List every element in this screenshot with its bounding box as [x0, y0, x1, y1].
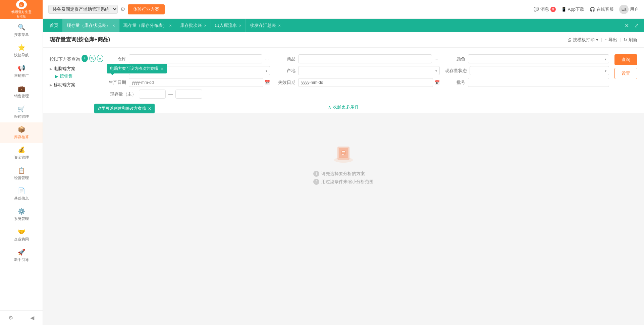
origin-label: 产地: [275, 68, 296, 74]
warehouse-input[interactable]: [129, 54, 262, 63]
tab-expand[interactable]: ⤢: [632, 22, 641, 29]
tab-close-summary[interactable]: ✕: [278, 24, 281, 28]
edit-tooltip-close[interactable]: ✕: [148, 106, 151, 111]
refresh-btn[interactable]: ↻ 刷新: [624, 37, 637, 43]
sidebar-footer: ⚙ ◀: [0, 310, 43, 325]
goods-dots[interactable]: ···: [433, 56, 440, 61]
tab-inventory-batch[interactable]: 库存批次账 ✕: [176, 19, 211, 32]
mfg-date-input[interactable]: [129, 78, 263, 87]
phone-icon: 📱: [561, 7, 567, 12]
enterprise-nav-icon: 🤝: [18, 228, 25, 235]
trial-btn[interactable]: 体验行业方案: [128, 4, 165, 14]
filter-area: 按以下方案查询 + ✎ « 电脑方案可设为移动方案哦 ✕ 这里可以创建和修改方案…: [43, 48, 644, 113]
sidebar-item-marketing[interactable]: 📢 营销推广: [0, 61, 43, 82]
exp-calendar-icon[interactable]: 📅: [434, 80, 440, 85]
printer-icon: 🖨: [567, 37, 572, 42]
content-area: 现存量查询(按仓库+商品) 🖨 按模板打印 ▾ | ↑ 导出 | ↻ 刷新: [43, 32, 644, 325]
mfg-date-label: 生产日期: [106, 79, 126, 86]
reset-btn[interactable]: 设置: [614, 68, 637, 79]
footer-settings-btn[interactable]: ⚙: [8, 315, 13, 321]
message-icon: 💬: [534, 7, 539, 12]
sidebar-item-enterprise[interactable]: 🤝 企业协同: [0, 225, 43, 245]
tab-inout-flow[interactable]: 出入库流水 ✕: [211, 19, 246, 32]
stock-main-min-input[interactable]: [139, 90, 166, 99]
warehouse-field: 仓库 ···: [106, 54, 270, 63]
system-select[interactable]: 装备及固定资产辅助管理系统: [48, 5, 118, 14]
basic-info-nav-icon: 📄: [18, 187, 25, 195]
guide-nav-icon: 🚀: [18, 249, 25, 256]
stock-range-dash: —: [168, 92, 173, 97]
stock-status-select[interactable]: [470, 66, 609, 75]
page-title: 现存量查询(按仓库+商品): [50, 36, 110, 43]
tabs-bar: 首页 现存量（库存状况表） ✕ 现存量（库存分布表） ✕ 库存批次账 ✕ 出入库…: [43, 19, 644, 32]
tab-close-inout-flow[interactable]: ✕: [239, 24, 241, 28]
tip2-text: 用过滤条件来缩小分析范围: [321, 179, 374, 185]
scheme-pc[interactable]: ▶ 电脑端方案: [50, 65, 103, 72]
exp-date-input[interactable]: [298, 78, 433, 87]
warehouse-dots[interactable]: ···: [264, 56, 270, 61]
scheme-mobile[interactable]: ▶ 移动端方案: [50, 81, 103, 89]
tip1-num: 1: [313, 171, 319, 177]
user-menu[interactable]: Ea 用户: [619, 5, 639, 14]
footer-collapse-btn[interactable]: ◀: [30, 315, 34, 321]
logo-icon: 6: [16, 0, 27, 9]
message-badge: 8: [550, 7, 556, 12]
sidebar-item-search[interactable]: 🔍 搜索菜单: [0, 20, 43, 41]
goods-input[interactable]: [298, 54, 432, 63]
sidebar-item-guide[interactable]: 🚀 新手引导: [0, 245, 43, 266]
batch-label: 批号: [445, 79, 465, 86]
template-print-btn[interactable]: 🖨 按模板打印 ▾: [567, 37, 598, 43]
tab-close-inventory-distribution[interactable]: ✕: [169, 24, 172, 28]
scheme-tooltip-close[interactable]: ✕: [160, 66, 164, 71]
batch-input[interactable]: [468, 78, 609, 87]
page-actions: 🖨 按模板打印 ▾ | ↑ 导出 | ↻ 刷新: [567, 37, 637, 43]
tab-home[interactable]: 首页: [46, 19, 63, 32]
search-btn[interactable]: 查询: [614, 54, 637, 65]
mfg-date-field: 生产日期 📅: [106, 78, 270, 87]
back-scheme-btn[interactable]: «: [97, 55, 103, 62]
filter-main-row: 按以下方案查询 + ✎ « 电脑方案可设为移动方案哦 ✕ 这里可以创建和修改方案…: [50, 52, 637, 101]
stock-main-max-input[interactable]: [175, 90, 202, 99]
stock-main-label: 现存量（主）: [106, 91, 136, 97]
sales-nav-icon: 💼: [18, 85, 25, 92]
collapse-up-icon: ∧: [328, 105, 331, 110]
tab-summary[interactable]: 收发存汇总表 ✕: [246, 19, 285, 32]
origin-field: 产地 ▾: [275, 66, 439, 75]
sidebar-item-purchase[interactable]: 🛒 采购管理: [0, 102, 43, 122]
svg-rect-6: [342, 151, 345, 152]
edit-tooltip: 这里可以创建和修改方案哦 ✕: [94, 104, 155, 113]
tab-inventory-distribution[interactable]: 现存量（库存分布表） ✕: [119, 19, 176, 32]
filter-scheme-section: 按以下方案查询 + ✎ « 电脑方案可设为移动方案哦 ✕ 这里可以创建和修改方案…: [50, 52, 103, 89]
topbar-settings-icon[interactable]: ⚙: [120, 6, 125, 12]
warehouse-label: 仓库: [106, 56, 126, 62]
sidebar-item-nav[interactable]: ⭐ 快捷导航: [0, 41, 43, 61]
sidebar-item-sales[interactable]: 💼 销售管理: [0, 82, 43, 102]
tab-inventory-status[interactable]: 现存量（库存状况表） ✕: [63, 19, 119, 32]
message-btn[interactable]: 💬 消息 8: [534, 6, 556, 12]
scheme-pc-sub-item[interactable]: ▶ 按销售: [55, 72, 103, 80]
export-btn[interactable]: ↑ 导出: [605, 37, 617, 43]
app-download-btn[interactable]: 📱 App下载: [561, 6, 584, 12]
stock-status-field: 现存量状态 ▾: [445, 66, 609, 75]
edit-scheme-btn[interactable]: ✎: [89, 55, 96, 62]
sidebar-item-finance[interactable]: 💰 资金管理: [0, 143, 43, 163]
sidebar-item-inventory[interactable]: 📦 库存核算: [0, 122, 43, 143]
stock-status-label: 现存量状态: [445, 68, 467, 74]
svg-text:6: 6: [20, 3, 22, 7]
tab-close-inventory-status[interactable]: ✕: [112, 24, 115, 28]
empty-state: 1 请先选择要分析的方案 2 用过滤条件来缩小分析范围: [43, 113, 644, 212]
sidebar-item-operations[interactable]: 📋 经营管理: [0, 163, 43, 184]
empty-illustration: [330, 140, 357, 167]
add-scheme-btn[interactable]: +: [82, 55, 88, 62]
color-select[interactable]: [468, 54, 609, 63]
tab-close-inventory-batch[interactable]: ✕: [204, 24, 207, 28]
scheme-tree: ▶ 电脑端方案 ▶ 按销售 ▶ 移动端方案: [50, 65, 103, 89]
exp-date-field: 失效日期 📅: [275, 78, 439, 87]
mfg-calendar-icon[interactable]: 📅: [265, 80, 270, 85]
tab-close-all[interactable]: ✕: [622, 22, 632, 29]
online-service-btn[interactable]: 🎧 在线客服: [590, 6, 614, 12]
origin-select[interactable]: [298, 66, 439, 75]
sidebar-item-basic-info[interactable]: 📄 基础信息: [0, 184, 43, 204]
sidebar-item-system[interactable]: ⚙️ 系统管理: [0, 204, 43, 225]
scheme-pc-sub: ▶ 按销售: [50, 72, 103, 80]
